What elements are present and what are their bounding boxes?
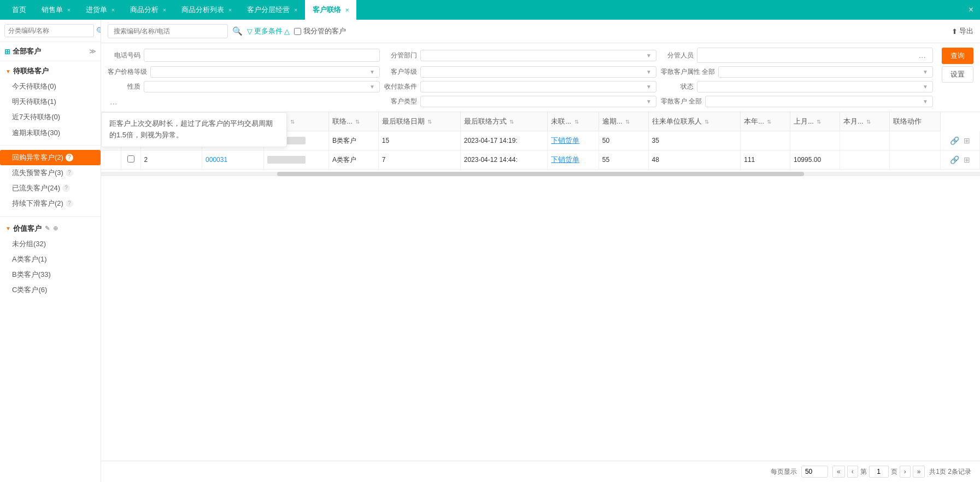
window-close-button[interactable]: × bbox=[969, 5, 973, 15]
first-page-button[interactable]: « bbox=[832, 466, 845, 478]
last-page-button[interactable]: » bbox=[913, 466, 925, 478]
sidebar-item-already-lost[interactable]: 已流失客户(24) ? bbox=[0, 181, 101, 196]
contact-section-title[interactable]: ▼ 待联络客户 bbox=[0, 63, 101, 79]
sidebar-item-b-customers[interactable]: B类客户(33) bbox=[0, 267, 101, 282]
query-button[interactable]: 查询 bbox=[942, 48, 973, 64]
retail-attr-select[interactable]: ▼ bbox=[718, 66, 933, 78]
nav-product-analysis-close[interactable]: × bbox=[163, 7, 166, 13]
nav-sales-close[interactable]: × bbox=[67, 7, 71, 13]
status-select[interactable]: ▼ bbox=[697, 81, 933, 92]
col-last-date-header[interactable]: 最后联络日期 ⇅ bbox=[378, 112, 460, 131]
help-icon-declining[interactable]: ? bbox=[66, 200, 73, 207]
filter-cell-payment: 收付款条件 ▼ bbox=[384, 81, 656, 92]
page-word-label: 第 bbox=[860, 467, 867, 477]
horizontal-scrollbar[interactable] bbox=[101, 170, 980, 178]
action-link-icon-0[interactable]: 🔗 bbox=[950, 136, 959, 145]
col-related-header[interactable]: 往来单位联系人 ⇅ bbox=[648, 112, 741, 131]
table-row: 2 000031 A类客户 7 2023-04-12 14:44: 下销货单 5… bbox=[101, 150, 980, 170]
person-select[interactable]: ... bbox=[697, 48, 933, 63]
settings-button[interactable]: 设置 bbox=[942, 66, 973, 83]
current-page-input[interactable] bbox=[869, 466, 889, 478]
sidebar-item-declining[interactable]: 持续下滑客户(2) ? bbox=[0, 196, 101, 211]
sidebar-item-tomorrow[interactable]: 明天待联络(1) bbox=[0, 94, 101, 109]
filter-more-dots[interactable]: ... bbox=[108, 97, 119, 107]
nav-home[interactable]: 首页 bbox=[4, 0, 34, 20]
sidebar-item-ungroup[interactable]: 未分组(32) bbox=[0, 236, 101, 252]
gender-select[interactable]: ▼ bbox=[144, 81, 380, 92]
next-page-button[interactable]: › bbox=[900, 466, 911, 478]
phone-input[interactable] bbox=[144, 49, 380, 62]
row-last-method-1[interactable]: 下销货单 bbox=[548, 150, 598, 170]
customer-type-select[interactable]: ▼ bbox=[420, 96, 656, 107]
person-dots-icon[interactable]: ... bbox=[917, 50, 928, 60]
col-contact-header[interactable]: 联络... ⇅ bbox=[328, 112, 378, 131]
dept-select-arrow: ▼ bbox=[646, 53, 652, 59]
help-icon-repurchase[interactable]: ? bbox=[66, 154, 73, 161]
row-check-1[interactable] bbox=[121, 150, 140, 170]
search-input[interactable] bbox=[108, 24, 228, 38]
repurchase-section: 回购异常客户(2) ? 流失预警客户(3) ? 已流失客户(24) ? 持续下滑… bbox=[0, 148, 101, 214]
action-grid-icon-0[interactable]: ⊞ bbox=[964, 136, 970, 145]
price-level-select[interactable]: ▼ bbox=[150, 66, 380, 78]
col-this-month-header[interactable]: 本月... ⇅ bbox=[840, 112, 889, 131]
sort-icon-contact: ⇅ bbox=[355, 119, 360, 125]
filter-row-2: 客户价格等级 ▼ 客户等级 ▼ bbox=[108, 66, 933, 78]
help-icon-loss[interactable]: ? bbox=[66, 169, 73, 177]
per-page-select[interactable]: 50 20 100 bbox=[801, 466, 828, 478]
nav-purchase-close[interactable]: × bbox=[112, 7, 115, 13]
collapse-icon[interactable]: ≫ bbox=[89, 48, 96, 55]
price-level-arrow: ▼ bbox=[369, 69, 375, 75]
my-customers-filter[interactable]: 我分管的客户 bbox=[294, 26, 346, 36]
sidebar-search-input[interactable] bbox=[4, 24, 94, 37]
sidebar-all-customers[interactable]: ⊞ 全部客户 ≫ bbox=[0, 42, 101, 61]
sidebar-item-today[interactable]: 今天待联络(0) bbox=[0, 79, 101, 94]
customer-level-select[interactable]: ▼ bbox=[420, 66, 656, 78]
more-conditions-btn[interactable]: ▽ 更多条件 △ bbox=[247, 26, 290, 36]
sidebar-item-overdue[interactable]: 逾期未联络(30) bbox=[0, 125, 101, 141]
row-level-1: A类客户 bbox=[328, 150, 378, 170]
nav-product-analysis-list[interactable]: 商品分析列表 × bbox=[174, 0, 239, 20]
prev-page-button[interactable]: ‹ bbox=[847, 466, 858, 478]
action-link-icon-1[interactable]: 🔗 bbox=[950, 155, 959, 164]
col-this-year-header[interactable]: 本年... ⇅ bbox=[741, 112, 790, 131]
value-section-title[interactable]: ▼ 价值客户 ✎ ⊕ bbox=[0, 221, 101, 236]
sidebar-search-icon[interactable]: 🔍 bbox=[96, 27, 101, 35]
col-overdue-header[interactable]: 逾期... ⇅ bbox=[598, 112, 648, 131]
nav-product-list-close[interactable]: × bbox=[228, 7, 232, 13]
sidebar-item-c-customers[interactable]: C类客户(6) bbox=[0, 282, 101, 298]
sidebar-item-7days[interactable]: 近7天待联络(0) bbox=[0, 109, 101, 125]
row-code-1[interactable]: 000031 bbox=[202, 150, 264, 170]
nav-customer-contact-close[interactable]: × bbox=[345, 7, 349, 13]
nav-customer-tier[interactable]: 客户分层经营 × bbox=[239, 0, 305, 20]
action-grid-icon-1[interactable]: ⊞ bbox=[964, 155, 970, 164]
retail-customer-select[interactable]: ▼ bbox=[705, 96, 933, 107]
nav-customer-contact[interactable]: 客户联络 × bbox=[305, 0, 356, 20]
my-customers-checkbox[interactable] bbox=[294, 28, 301, 35]
col-last-month-header[interactable]: 上月... ⇅ bbox=[790, 112, 840, 131]
export-button[interactable]: ⬆ 导出 bbox=[952, 26, 973, 36]
edit-icon[interactable]: ✎ bbox=[45, 225, 50, 232]
value-section: ▼ 价值客户 ✎ ⊕ 未分组(32) A类客户(1) B类客户(33) C类客户… bbox=[0, 219, 101, 300]
filter-actions: 查询 设置 bbox=[937, 48, 973, 107]
nav-sales[interactable]: 销售单 × bbox=[34, 0, 78, 20]
sidebar-item-a-customers[interactable]: A类客户(1) bbox=[0, 252, 101, 267]
dept-select[interactable]: ▼ bbox=[420, 50, 656, 61]
add-icon[interactable]: ⊕ bbox=[53, 225, 58, 232]
retail-customer-arrow: ▼ bbox=[923, 98, 928, 104]
col-uncontact-header[interactable]: 未联... ⇅ bbox=[548, 112, 598, 131]
col-last-method-header[interactable]: 最后联络方式 ⇅ bbox=[460, 112, 548, 131]
row-last-method-0[interactable]: 下销货单 bbox=[548, 131, 598, 150]
search-button[interactable]: 🔍 bbox=[232, 26, 243, 36]
row-last-date-1: 2023-04-12 14:44: bbox=[460, 150, 548, 170]
row-this-month-1 bbox=[889, 150, 940, 170]
row-overdue-0: 35 bbox=[648, 131, 741, 150]
nav-purchase[interactable]: 进货单 × bbox=[78, 0, 122, 20]
sidebar-item-loss-warning[interactable]: 流失预警客户(3) ? bbox=[0, 165, 101, 181]
nav-product-analysis[interactable]: 商品分析 × bbox=[122, 0, 174, 20]
payment-select[interactable]: ▼ bbox=[420, 81, 656, 92]
nav-customer-tier-close[interactable]: × bbox=[294, 7, 297, 13]
filter-icon: ▽ bbox=[247, 27, 253, 36]
sidebar-item-repurchase-abnormal[interactable]: 回购异常客户(2) ? bbox=[0, 150, 101, 165]
help-icon-already-lost[interactable]: ? bbox=[62, 184, 70, 192]
row-uncontact-1: 55 bbox=[598, 150, 648, 170]
